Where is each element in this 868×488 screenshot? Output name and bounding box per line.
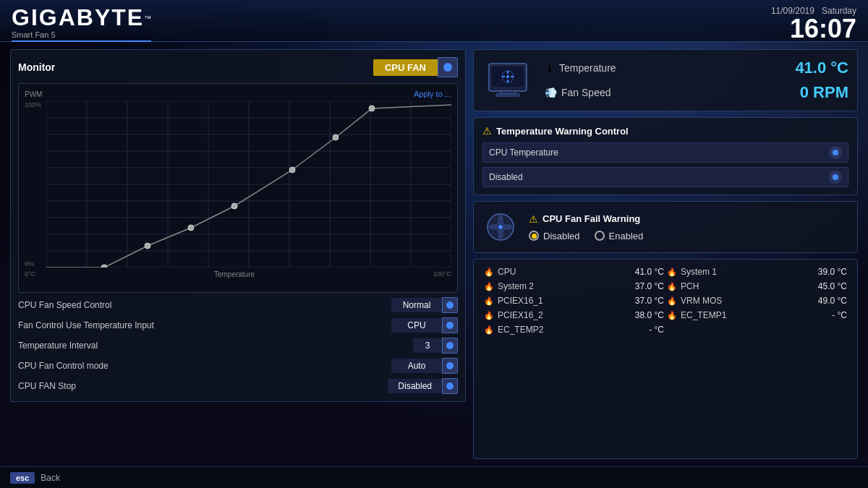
fan-speed-row: 💨 Fan Speed 0 RPM <box>545 83 848 102</box>
pcie1-temp-value: 37.0 °C <box>576 296 665 306</box>
value-dot-icon-4 <box>446 382 454 390</box>
sys2-temp-icon: 🔥 <box>484 282 494 291</box>
dropdown-dot-1 <box>833 150 838 155</box>
fail-content: ⚠ CPU Fan Fail Warning Disabled E <box>529 213 848 241</box>
svg-point-27 <box>333 134 339 140</box>
dropdown-arrow-2 <box>829 171 842 184</box>
control-label-0: CPU Fan Speed Control <box>18 300 111 310</box>
radio-enabled[interactable]: Enabled <box>595 231 644 241</box>
control-label-4: CPU FAN Stop <box>18 381 76 391</box>
control-value-0[interactable]: Normal <box>391 297 458 313</box>
datetime: 11/09/2019 Saturday 16:07 <box>771 6 856 42</box>
monitor-header: Monitor CPU FAN <box>18 57 458 77</box>
chart-y-label: PWM <box>25 90 42 98</box>
footer: esc Back <box>0 466 868 488</box>
value-dot-icon-1 <box>446 322 454 329</box>
control-value-2[interactable]: 3 <box>413 338 458 354</box>
temp-dropdown-1[interactable]: CPU Temperature <box>482 142 848 163</box>
value-dot-icon <box>446 301 454 309</box>
value-dot-icon-3 <box>446 362 454 369</box>
auto-btn[interactable] <box>442 358 458 374</box>
chart-container: PWM Apply to ... 100% 0% <box>18 83 458 293</box>
logo-text: GIGABYTE™ <box>12 6 151 29</box>
y-axis-labels: 100% 0% <box>25 101 41 267</box>
fan-fail-icon <box>483 210 518 244</box>
temp-grid: 🔥 CPU 41.0 °C 🔥 System 1 39.0 °C 🔥 Syste… <box>484 267 847 335</box>
normal-value: Normal <box>391 298 442 312</box>
cpu-btn[interactable] <box>442 317 458 333</box>
temp-grid-box: 🔥 CPU 41.0 °C 🔥 System 1 39.0 °C 🔥 Syste… <box>473 259 858 459</box>
dropdown-text-2: Disabled <box>489 172 523 182</box>
selector-btn[interactable] <box>438 57 458 77</box>
svg-rect-37 <box>501 91 515 94</box>
control-value-3[interactable]: Auto <box>391 358 458 374</box>
interval-btn[interactable] <box>442 338 458 354</box>
sys1-temp-value: 39.0 °C <box>759 267 848 277</box>
fail-title: CPU Fan Fail Warning <box>542 213 640 224</box>
fail-box: ⚠ CPU Fan Fail Warning Disabled E <box>473 201 858 253</box>
vrm-temp-value: 49.0 °C <box>759 296 848 306</box>
pch-temp-value: 45.0 °C <box>759 281 848 291</box>
svg-point-41 <box>498 215 503 225</box>
pcie1-temp-icon: 🔥 <box>484 296 494 306</box>
radio-outer-enabled <box>595 231 605 241</box>
sys1-temp-name: System 1 <box>681 267 717 277</box>
fail-icon-box <box>482 209 519 245</box>
control-label-3: CPU Fan Control mode <box>18 361 109 371</box>
main-content: Monitor CPU FAN PWM Apply to ... 100% <box>0 42 868 466</box>
disabled-btn[interactable] <box>442 378 458 394</box>
x-end-label: 100°C <box>433 270 451 278</box>
svg-point-28 <box>369 106 375 111</box>
ectemp1-icon: 🔥 <box>667 311 677 320</box>
fan-speed-icon: 💨 <box>545 87 557 98</box>
disabled-value: Disabled <box>388 379 442 393</box>
radio-disabled[interactable]: Disabled <box>529 231 580 241</box>
info-box: 🌡 Temperature 41.0 °C 💨 Fan Speed 0 RPM <box>473 49 858 111</box>
svg-rect-38 <box>496 94 519 96</box>
interval-value: 3 <box>413 338 442 353</box>
radio-inner-disabled <box>532 234 537 239</box>
svg-point-22 <box>101 265 107 267</box>
temp-entry-ectemp2: 🔥 EC_TEMP2 <box>484 325 573 335</box>
header: GIGABYTE™ Smart Fan 5 11/09/2019 Saturda… <box>0 0 868 42</box>
control-row-4: CPU FAN Stop Disabled <box>18 378 458 394</box>
auto-value: Auto <box>391 359 442 373</box>
ectemp1-name: EC_TEMP1 <box>681 310 726 320</box>
normal-btn[interactable] <box>442 297 458 313</box>
right-panel: 🌡 Temperature 41.0 °C 💨 Fan Speed 0 RPM … <box>473 49 858 459</box>
y-min-label: 0% <box>25 260 41 267</box>
control-value-1[interactable]: CPU <box>391 317 458 333</box>
apply-button[interactable]: Apply to ... <box>414 90 451 98</box>
radio-outer-disabled <box>529 231 539 241</box>
vrm-temp-name: VRM MOS <box>681 296 722 306</box>
fan-icon-box <box>482 59 533 102</box>
warning-title: Temperature Warning Control <box>496 126 629 137</box>
esc-badge[interactable]: esc <box>10 472 35 484</box>
monitor-box: Monitor CPU FAN PWM Apply to ... 100% <box>10 49 466 402</box>
pch-temp-name: PCH <box>681 281 699 291</box>
dropdown-arrow-1 <box>829 146 842 159</box>
pcie2-temp-name: PCIEX16_2 <box>498 310 543 320</box>
warning-icon: ⚠ <box>482 125 492 137</box>
dropdown-text-1: CPU Temperature <box>489 147 558 158</box>
radio-label-enabled: Enabled <box>609 231 644 241</box>
svg-point-26 <box>289 167 295 173</box>
temp-entry-sys2: 🔥 System 2 <box>484 281 573 291</box>
ectemp2-icon: 🔥 <box>484 325 494 335</box>
thermometer-icon: 🌡 <box>545 62 555 74</box>
temp-entry-sys1: 🔥 System 1 <box>667 267 756 277</box>
control-row-0: CPU Fan Speed Control Normal <box>18 297 458 313</box>
svg-point-23 <box>145 243 150 249</box>
dropdown-dot-2 <box>833 174 838 180</box>
left-panel: Monitor CPU FAN PWM Apply to ... 100% <box>10 49 466 459</box>
fan-speed-value: 0 RPM <box>800 83 848 102</box>
temperature-label: Temperature <box>559 62 616 74</box>
time-display: 16:07 <box>771 16 856 42</box>
control-value-4[interactable]: Disabled <box>388 378 458 394</box>
system-icon <box>486 61 529 100</box>
temp-label-wrap: 🌡 Temperature <box>545 62 616 74</box>
selector-label: CPU FAN <box>373 59 438 76</box>
temp-dropdown-2[interactable]: Disabled <box>482 167 848 187</box>
control-label-2: Temperature Interval <box>18 341 98 351</box>
cpu-fan-selector[interactable]: CPU FAN <box>373 57 458 77</box>
